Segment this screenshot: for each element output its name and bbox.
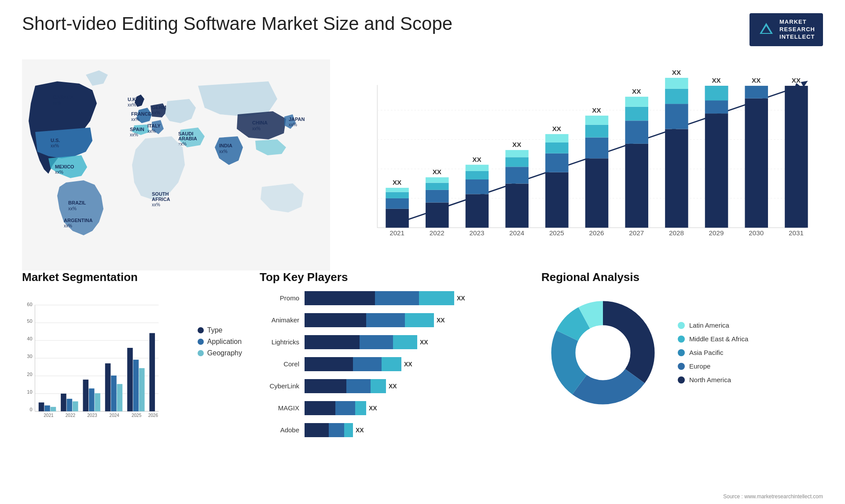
map-section: CANADA xx% U.S. xx% MEXICO xx% BRAZIL xx… <box>22 55 330 275</box>
svg-rect-50 <box>426 183 449 190</box>
players-list: Promo XX Animaker <box>260 291 524 437</box>
svg-text:2027: 2027 <box>629 229 644 237</box>
svg-text:XX: XX <box>752 77 761 84</box>
svg-text:XX: XX <box>393 179 402 186</box>
world-map: CANADA xx% U.S. xx% MEXICO xx% BRAZIL xx… <box>22 55 330 275</box>
bar-chart-section: 2021 XX 2022 XX 2023 XX <box>343 55 823 275</box>
svg-rect-80 <box>625 106 648 121</box>
player-corel: Corel XX <box>260 357 524 371</box>
svg-text:MEXICO: MEXICO <box>55 164 74 169</box>
player-name: Animaker <box>260 316 299 324</box>
svg-text:xx%: xx% <box>219 149 228 154</box>
svg-rect-78 <box>625 143 648 227</box>
svg-rect-94 <box>745 98 768 227</box>
svg-rect-43 <box>386 198 409 209</box>
svg-rect-85 <box>665 104 688 129</box>
player-name: CyberLink <box>260 382 299 390</box>
svg-rect-123 <box>61 394 66 411</box>
svg-rect-131 <box>105 363 111 411</box>
source-text: Source : www.marketresearchintellect.com <box>723 493 823 500</box>
svg-text:INDIA: INDIA <box>219 143 232 148</box>
svg-rect-86 <box>665 88 688 103</box>
legend-color-latin <box>678 322 685 329</box>
segmentation-chart: 0 10 20 30 40 50 60 <box>22 291 162 432</box>
svg-text:2029: 2029 <box>709 229 724 237</box>
svg-rect-136 <box>133 359 139 411</box>
svg-text:SPAIN: SPAIN <box>130 127 144 132</box>
svg-rect-66 <box>545 172 569 227</box>
svg-rect-69 <box>545 134 569 142</box>
legend-application: Application <box>198 338 242 346</box>
svg-rect-139 <box>149 333 155 411</box>
segmentation-legend: Type Application Geography <box>198 326 242 432</box>
svg-rect-56 <box>466 171 489 179</box>
svg-text:BRAZIL: BRAZIL <box>68 200 86 205</box>
svg-text:XX: XX <box>552 125 562 132</box>
player-bar-container: XX <box>305 291 524 305</box>
player-promo: Promo XX <box>260 291 524 305</box>
svg-rect-125 <box>73 401 78 411</box>
svg-text:2026: 2026 <box>148 413 158 418</box>
legend-type: Type <box>198 326 242 334</box>
svg-text:XX: XX <box>512 141 522 148</box>
svg-rect-97 <box>785 86 808 228</box>
legend-north-america: North America <box>678 376 748 383</box>
svg-text:XX: XX <box>592 106 601 114</box>
svg-text:CHINA: CHINA <box>252 120 268 125</box>
svg-rect-45 <box>386 188 409 192</box>
svg-rect-54 <box>466 194 489 227</box>
svg-text:xx%: xx% <box>152 202 160 207</box>
header: Short-video Editing Software Market Size… <box>22 13 823 46</box>
svg-text:ARABIA: ARABIA <box>178 136 197 141</box>
svg-rect-55 <box>466 179 489 194</box>
svg-text:FRANCE: FRANCE <box>131 111 151 117</box>
svg-rect-137 <box>139 368 145 411</box>
svg-rect-48 <box>426 202 449 227</box>
svg-rect-62 <box>505 157 529 167</box>
donut-chart <box>541 291 665 414</box>
player-animaker: Animaker XX <box>260 313 524 327</box>
svg-rect-87 <box>665 78 688 89</box>
svg-text:2031: 2031 <box>789 229 804 237</box>
page-title: Short-video Editing Software Market Size… <box>22 13 452 34</box>
regional-chart: Latin America Middle East & Africa Asia … <box>541 291 823 414</box>
svg-rect-90 <box>705 113 728 228</box>
svg-text:30: 30 <box>27 354 32 359</box>
legend-color-mea <box>678 336 685 343</box>
svg-text:xx%: xx% <box>289 122 297 127</box>
svg-text:U.K.: U.K. <box>128 97 137 102</box>
svg-text:2022: 2022 <box>66 413 76 418</box>
svg-text:60: 60 <box>27 302 32 307</box>
svg-text:xx%: xx% <box>147 129 156 134</box>
svg-text:U.S.: U.S. <box>51 138 60 143</box>
svg-text:2023: 2023 <box>470 229 485 237</box>
svg-rect-51 <box>426 177 449 183</box>
svg-rect-81 <box>625 97 648 107</box>
svg-rect-44 <box>386 192 409 198</box>
player-name: Corel <box>260 360 299 368</box>
svg-text:XX: XX <box>632 88 641 95</box>
svg-text:10: 10 <box>27 389 32 394</box>
svg-rect-60 <box>505 183 529 227</box>
svg-rect-119 <box>39 402 44 411</box>
svg-rect-49 <box>426 190 449 202</box>
svg-rect-79 <box>625 121 648 144</box>
svg-text:xx%: xx% <box>51 143 59 148</box>
svg-rect-128 <box>89 388 95 411</box>
svg-rect-135 <box>127 348 133 411</box>
svg-text:XX: XX <box>472 156 481 163</box>
svg-text:0: 0 <box>29 407 32 412</box>
player-name: Promo <box>260 294 299 302</box>
svg-rect-57 <box>466 164 489 171</box>
svg-rect-133 <box>117 384 123 411</box>
player-name: MAGIX <box>260 404 299 412</box>
segmentation-section: Market Segmentation 0 10 20 30 40 50 60 <box>22 270 242 445</box>
svg-rect-61 <box>505 167 529 183</box>
regional-legend: Latin America Middle East & Africa Asia … <box>678 321 748 383</box>
logo-icon <box>757 21 775 38</box>
svg-text:xx%: xx% <box>131 117 140 122</box>
svg-rect-127 <box>83 380 88 411</box>
svg-rect-95 <box>745 86 768 99</box>
svg-text:xx%: xx% <box>64 223 72 228</box>
svg-rect-132 <box>111 376 117 411</box>
